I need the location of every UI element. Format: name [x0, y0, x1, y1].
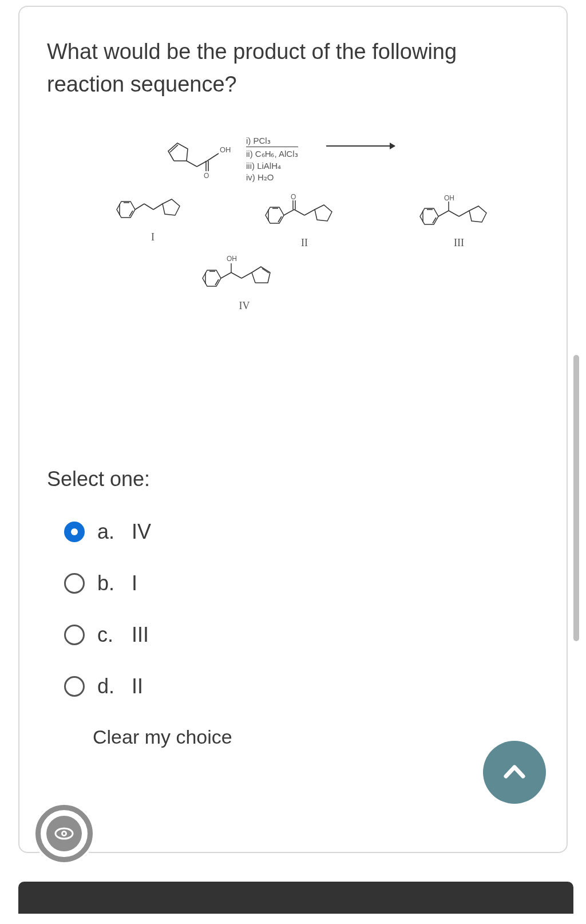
product-IV-structure: OH	[196, 250, 293, 295]
svg-line-46	[252, 273, 255, 283]
question-card: What would be the product of the followi…	[18, 6, 568, 853]
option-letter: a.	[97, 520, 132, 544]
svg-line-12	[129, 211, 133, 216]
radio-icon[interactable]	[64, 676, 85, 697]
product-IV: OH IV	[196, 250, 293, 312]
options-list: a. IV b. I c. III d. II	[47, 520, 539, 698]
option-letter: c.	[97, 623, 132, 647]
product-IV-label: IV	[196, 300, 293, 312]
scrollbar-thumb[interactable]	[573, 355, 579, 641]
svg-line-45	[241, 273, 252, 278]
option-d[interactable]: d. II	[64, 674, 539, 698]
svg-line-42	[221, 273, 231, 278]
bottom-bar	[18, 882, 573, 914]
svg-text:OH: OH	[444, 194, 454, 202]
option-text: IV	[132, 520, 151, 544]
reagent-step-1: i) PCl₃	[246, 135, 298, 147]
svg-line-31	[433, 218, 436, 223]
svg-line-32	[438, 211, 449, 216]
svg-line-25	[304, 210, 315, 215]
svg-text:OH: OH	[227, 255, 237, 263]
reagent-step-2: ii) C₆H₆, AlCl₃	[246, 147, 298, 160]
svg-text:O: O	[291, 193, 296, 201]
svg-line-20	[278, 216, 282, 222]
chevron-up-icon	[500, 758, 529, 787]
reaction-arrow	[326, 145, 395, 147]
svg-line-34	[449, 211, 459, 216]
scroll-to-top-button[interactable]	[483, 741, 546, 804]
radio-selected-icon[interactable]	[64, 522, 85, 542]
svg-line-24	[294, 210, 304, 215]
svg-line-21	[284, 210, 294, 215]
option-a[interactable]: a. IV	[64, 520, 539, 544]
svg-marker-36	[469, 206, 486, 222]
svg-marker-16	[163, 199, 180, 215]
reagent-step-3: iii) LiAlH₄	[246, 160, 298, 172]
reagent-step-4: iv) H₂O	[246, 172, 298, 183]
select-one-prompt: Select one:	[47, 467, 539, 491]
svg-line-2	[187, 161, 197, 167]
option-letter: d.	[97, 674, 132, 698]
product-II-label: II	[259, 237, 350, 249]
products-row: I	[110, 192, 505, 249]
radio-icon[interactable]	[64, 573, 85, 594]
radio-icon[interactable]	[64, 625, 85, 645]
starting-material-structure: OH O	[161, 135, 241, 181]
svg-line-15	[153, 204, 163, 210]
svg-line-35	[459, 211, 469, 216]
scrollbar[interactable]	[573, 0, 579, 859]
svg-line-6	[207, 153, 219, 161]
eye-icon	[46, 816, 82, 851]
svg-text:O: O	[204, 172, 209, 180]
option-letter: b.	[97, 571, 132, 595]
reagent-list: i) PCl₃ ii) C₆H₆, AlCl₃ iii) LiAlH₄ iv) …	[246, 135, 298, 183]
product-III: OH III	[413, 192, 505, 249]
product-I-structure	[110, 192, 196, 227]
svg-marker-26	[315, 205, 332, 221]
svg-line-13	[135, 204, 144, 210]
option-b[interactable]: b. I	[64, 571, 539, 595]
accessibility-eye-button[interactable]	[35, 805, 93, 862]
reaction-scheme: OH O i) PCl₃ ii) C₆H₆, AlCl₃ iii) LiAlH₄…	[161, 135, 482, 183]
option-text: I	[132, 571, 137, 595]
svg-line-41	[215, 279, 219, 285]
option-c[interactable]: c. III	[64, 623, 539, 647]
product-II: O II	[259, 192, 350, 249]
product-I: I	[110, 192, 196, 249]
question-title: What would be the product of the followi…	[47, 35, 539, 101]
option-text: II	[132, 674, 143, 698]
clear-choice-link[interactable]: Clear my choice	[93, 726, 539, 748]
svg-point-51	[63, 832, 65, 835]
svg-line-14	[144, 204, 153, 210]
option-text: III	[132, 623, 149, 647]
product-III-structure: OH	[413, 192, 505, 232]
svg-line-44	[231, 273, 241, 278]
product-I-label: I	[110, 231, 196, 243]
product-II-structure: O	[259, 192, 350, 232]
product-III-label: III	[413, 237, 505, 249]
svg-text:OH: OH	[220, 145, 231, 154]
reaction-figure: OH O i) PCl₃ ii) C₆H₆, AlCl₃ iii) LiAlH₄…	[47, 118, 539, 387]
